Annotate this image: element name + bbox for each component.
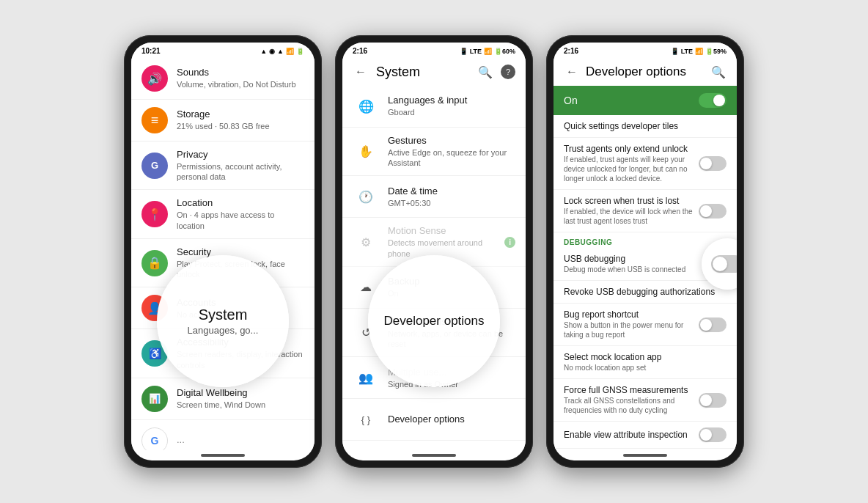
sysupdate-icon: 📱 — [353, 448, 379, 450]
phone1-time: 10:21 — [141, 47, 161, 55]
item-title: Motion Sense — [388, 225, 496, 238]
item-subtitle: No mock location app set — [564, 363, 727, 372]
phone2-app-bar: ← System 🔍 ? — [342, 58, 526, 86]
digital-wellbeing-icon: 📊 — [141, 386, 168, 412]
datetime-icon: 🕐 — [353, 183, 379, 210]
phone1-circle-title: System — [199, 306, 248, 323]
item-title: Sounds — [177, 67, 304, 79]
item-subtitle: Permissions, account activity, personal … — [177, 161, 304, 183]
privacy-icon: G — [141, 153, 168, 179]
list-item[interactable]: G Privacy Permissions, account activity,… — [131, 142, 315, 190]
phone2-screen-title: System — [376, 65, 470, 80]
phone2-time: 2:16 — [353, 47, 367, 55]
search-button[interactable]: 🔍 — [477, 64, 493, 80]
item-title: Lock screen when trust is lost — [564, 196, 693, 206]
item-title: Enable view attribute inspection — [564, 430, 693, 440]
list-item[interactable]: G ... — [131, 420, 315, 450]
dev-list-item[interactable]: Force full GNSS measurements Track all G… — [553, 379, 737, 422]
item-title: Bug report shortcut — [564, 309, 693, 320]
item-title: Date & time — [388, 186, 515, 198]
help-button[interactable]: ? — [501, 65, 515, 79]
item-subtitle: Screen time, Wind Down — [177, 400, 304, 410]
motion-icon: ⚙ — [353, 229, 379, 255]
phone1: 10:21 ▲ ◉ ▲ 📶 🔋 🔊 Sounds Volume, vibrati… — [124, 35, 322, 468]
list-item[interactable]: 📍 Location On · 4 apps have access to lo… — [131, 190, 315, 238]
phone2: 2:16 📱 LTE 📶 🔋60% ← System 🔍 ? 🌐 — [335, 35, 533, 468]
view-attr-toggle[interactable] — [699, 427, 727, 442]
phone3: 2:16 📱 LTE 📶 🔋59% ← Developer options 🔍 … — [546, 35, 744, 468]
dev-on-bar: On — [553, 86, 737, 115]
phone1-home-indicator — [201, 454, 245, 457]
developer-options-item: Developer options — [388, 414, 515, 426]
item-title: ... — [177, 434, 304, 447]
phone2-circle-title: Developer options — [383, 314, 484, 328]
back-button[interactable]: ← — [353, 64, 369, 80]
list-item[interactable]: 🕐 Date & time GMT+05:30 — [342, 176, 526, 218]
item-subtitle: GMT+05:30 — [388, 198, 515, 208]
gestures-icon: ✋ — [353, 139, 379, 165]
phone3-app-bar: ← Developer options 🔍 — [553, 58, 737, 86]
item-subtitle: Show a button in the power menu for taki… — [564, 320, 693, 339]
trust-agents-toggle[interactable] — [699, 156, 727, 171]
sound-icon: 🔊 — [141, 65, 168, 92]
phone3-screen-title: Developer options — [586, 65, 705, 79]
lang-icon: 🌐 — [353, 93, 379, 120]
back-button[interactable]: ← — [564, 64, 580, 80]
phone3-status-bar: 2:16 📱 LTE 📶 🔋59% — [553, 43, 737, 58]
bug-report-toggle[interactable] — [699, 317, 727, 332]
item-title: Languages & input — [388, 95, 515, 107]
google-icon: G — [141, 427, 168, 450]
item-subtitle: Volume, vibration, Do Not Disturb — [177, 79, 304, 89]
dev-list-item[interactable]: Enable view attribute inspection — [553, 422, 737, 449]
phone2-status-bar: 2:16 📱 LTE 📶 🔋60% — [342, 43, 526, 58]
phone1-status-icons: ▲ ◉ ▲ 📶 🔋 — [260, 48, 304, 55]
phone2-screen: 2:16 📱 LTE 📶 🔋60% ← System 🔍 ? 🌐 — [342, 43, 526, 460]
item-subtitle: Track all GNSS constellations and freque… — [564, 396, 693, 415]
phone3-screen: 2:16 📱 LTE 📶 🔋59% ← Developer options 🔍 … — [553, 43, 737, 460]
multiuser-icon: 👥 — [353, 364, 379, 391]
search-button[interactable]: 🔍 — [710, 64, 727, 80]
item-subtitle: On · 4 apps have access to location — [177, 210, 304, 231]
dev-list-item[interactable]: Bug report shortcut Show a button in the… — [553, 304, 737, 346]
phone2-status-icons: 📱 LTE 📶 🔋60% — [460, 48, 515, 55]
phone2-home-indicator — [412, 454, 456, 457]
item-title: Location — [177, 197, 304, 210]
dev-list-item[interactable]: USB debugging Debug mode when USB is con… — [553, 248, 737, 281]
phone3-time: 2:16 — [564, 47, 578, 55]
dev-list-item[interactable]: Select debug app — [553, 449, 737, 450]
list-item[interactable]: ≡ Storage 21% used · 50.83 GB free — [131, 100, 315, 142]
item-title: Storage — [177, 109, 304, 121]
dev-list-item[interactable]: Revoke USB debugging authorizations — [553, 281, 737, 304]
dev-list-item[interactable]: Quick settings developer tiles — [553, 115, 737, 138]
phone3-dev-settings: Quick settings developer tiles Trust age… — [553, 115, 737, 450]
phone1-circle-subtitle: Languages, go... — [188, 325, 259, 336]
dev-list-item[interactable]: Trust agents only extend unlock If enabl… — [553, 138, 737, 190]
phone1-wrapper: 10:21 ▲ ◉ ▲ 📶 🔋 🔊 Sounds Volume, vibrati… — [124, 35, 322, 468]
list-item[interactable]: 🌐 Languages & input Gboard — [342, 86, 526, 128]
dev-on-label: On — [564, 95, 578, 106]
phone3-wrapper: 2:16 📱 LTE 📶 🔋59% ← Developer options 🔍 … — [546, 35, 744, 468]
item-title: Privacy — [177, 149, 304, 161]
phone1-settings-list: 🔊 Sounds Volume, vibration, Do Not Distu… — [131, 58, 315, 450]
security-icon: 🔒 — [141, 250, 168, 276]
phone1-circle-overlay: System Languages, go... — [157, 255, 289, 387]
gnss-toggle[interactable] — [699, 393, 727, 408]
item-subtitle: Gboard — [388, 107, 515, 117]
dev-list-item[interactable]: Select mock location app No mock locatio… — [553, 346, 737, 379]
phone2-wrapper: 2:16 📱 LTE 📶 🔋60% ← System 🔍 ? 🌐 — [335, 35, 533, 468]
developer-on-toggle[interactable] — [699, 93, 727, 108]
phone2-circle-overlay: Developer options — [368, 255, 500, 387]
usb-debugging-toggle[interactable] — [711, 255, 737, 273]
phone3-status-icons: 📱 LTE 📶 🔋59% — [671, 48, 727, 55]
item-title: Quick settings developer tiles — [564, 121, 727, 131]
list-item[interactable]: ✋ Gestures Active Edge on, squeeze for y… — [342, 128, 526, 176]
lock-screen-toggle[interactable] — [699, 204, 727, 219]
item-title: Trust agents only extend unlock — [564, 144, 693, 154]
storage-icon: ≡ — [141, 107, 168, 133]
item-subtitle: If enabled, trust agents will keep your … — [564, 155, 693, 183]
list-item[interactable]: { } Developer options — [342, 399, 526, 441]
list-item[interactable]: 🔊 Sounds Volume, vibration, Do Not Distu… — [131, 58, 315, 100]
list-item[interactable]: 📱 ...tem update — [342, 441, 526, 450]
motion-info-badge: i — [504, 237, 515, 248]
dev-list-item[interactable]: Lock screen when trust is lost If enable… — [553, 190, 737, 232]
